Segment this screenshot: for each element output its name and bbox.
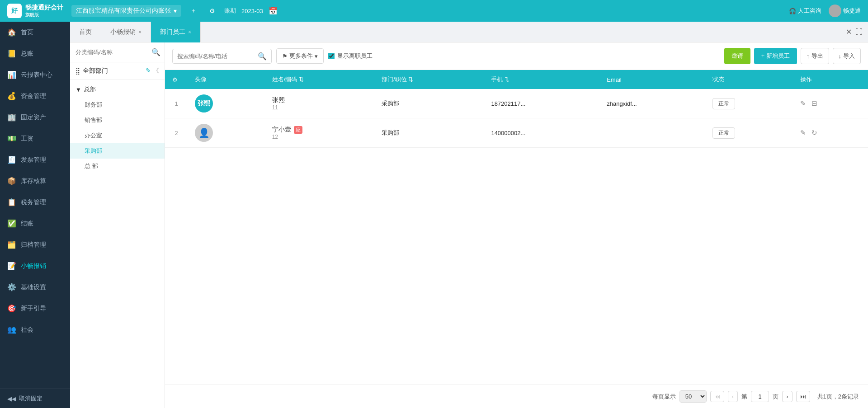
add-button[interactable]: ＋ (187, 5, 200, 17)
search-icon[interactable]: 🔍 (151, 48, 160, 56)
row-dept-1: 采购部 (374, 89, 484, 118)
sidebar-item-label-expense: 小畅报销 (21, 262, 46, 270)
avatar-img-2: 👤 (195, 124, 213, 142)
basic-settings-icon: ⚙️ (7, 283, 16, 291)
employee-search-input[interactable] (177, 53, 255, 60)
sidebar-item-label-capital: 资金管理 (21, 92, 46, 100)
tab-expense-close[interactable]: × (138, 29, 142, 35)
sidebar-item-checkout[interactable]: ✅ 结账 (0, 213, 70, 234)
top-header: 好 畅捷通好会计 旗舰版 江西服宝精品有限责任公司内账张 ▾ ＋ ⚙ 账期 20… (0, 0, 868, 22)
tab-home[interactable]: 首页 (70, 22, 101, 42)
logo-text: 畅捷通好会计 (25, 4, 63, 12)
all-dept-header[interactable]: ⣿ 全部部门 ✎ 《 (70, 62, 165, 80)
employee-table: ⚙ 头像 姓名/编码 ⇅ 部门/职位 ⇅ 手机 ⇅ (165, 70, 868, 148)
user-area[interactable]: 畅捷通 (829, 5, 861, 17)
sidebar-item-tax[interactable]: 📋 税务管理 (0, 192, 70, 213)
dept-node-finance[interactable]: 财务部 (70, 97, 165, 113)
dept-node-purchasing[interactable]: 采购部 (70, 143, 165, 159)
invite-button[interactable]: 邀请 (724, 48, 750, 64)
dept-header-actions: ✎ 《 (146, 67, 159, 75)
ai-service-button[interactable]: 🎧 人工咨询 (789, 7, 821, 15)
dept-node-office[interactable]: 办公室 (70, 128, 165, 143)
show-resigned-label[interactable]: 显示离职员工 (328, 52, 373, 60)
sidebar-item-archive[interactable]: 🗂️ 归档管理 (0, 234, 70, 255)
th-actions: 操作 (793, 70, 868, 89)
sidebar-item-capital[interactable]: 💰 资金管理 (0, 85, 70, 107)
status-badge-2: 正常 (712, 127, 735, 139)
dept-finance-label: 财务部 (85, 101, 102, 109)
sidebar-item-inventory[interactable]: 📦 库存核算 (0, 170, 70, 192)
th-settings[interactable]: ⚙ (165, 70, 188, 89)
grid-icon: ⣿ (75, 67, 80, 75)
sidebar-item-reports[interactable]: 📊 云报表中心 (0, 64, 70, 85)
dept-node-general[interactable]: ▼ 总部 (70, 82, 165, 97)
last-page-button[interactable]: ⏭ (796, 391, 810, 402)
table-header-row: ⚙ 头像 姓名/编码 ⇅ 部门/职位 ⇅ 手机 ⇅ (165, 70, 868, 89)
settings-gear-button[interactable]: ⚙ (206, 5, 219, 16)
row-actions-2: ✎ ↻ (793, 118, 868, 148)
archive-icon: 🗂️ (7, 240, 16, 249)
tab-expand-button[interactable]: ⛶ (854, 26, 864, 38)
th-dept-position[interactable]: 部门/职位 ⇅ (374, 70, 484, 89)
ledger-icon: 📒 (7, 49, 16, 58)
sidebar-item-assets[interactable]: 🏢 固定资产 (0, 107, 70, 128)
edit-employee-1-button[interactable]: ✎ (800, 99, 806, 108)
per-page-label: 每页显示 (652, 393, 676, 401)
row-dept-2: 采购部 (374, 118, 484, 148)
first-page-button[interactable]: ⏮ (710, 391, 724, 402)
content-area: 首页 小畅报销 × 部门员工 × ✕ ⛶ 🔍 (70, 22, 868, 408)
sidebar-item-expense[interactable]: 📝 小畅报销 (0, 255, 70, 277)
th-phone[interactable]: 手机 ⇅ (484, 70, 599, 89)
page-number-input[interactable] (751, 391, 769, 402)
th-name-code[interactable]: 姓名/编码 ⇅ (265, 70, 374, 89)
tab-employees[interactable]: 部门员工 × (151, 22, 201, 42)
main-layout: 🏠 首页 📒 总账 📊 云报表中心 💰 资金管理 🏢 固定资产 💵 工资 🧾 发… (0, 22, 868, 408)
employee-search-box[interactable]: 🔍 (172, 49, 272, 64)
sidebar-item-salary[interactable]: 💵 工资 (0, 128, 70, 149)
toolbar: 🔍 ⚑ 更多条件 ▾ 显示离职员工 邀请 + 新增员工 (165, 42, 868, 70)
filter-label: 更多条件 (289, 52, 313, 60)
more-filter-button[interactable]: ⚑ 更多条件 ▾ (276, 48, 324, 64)
sidebar-item-home[interactable]: 🏠 首页 (0, 22, 70, 43)
add-employee-button[interactable]: + 新增员工 (754, 48, 797, 64)
dept-node-headquarters[interactable]: 总 部 (70, 159, 165, 174)
calendar-icon[interactable]: 📅 (269, 7, 278, 15)
sidebar-item-social[interactable]: 👥 社会 (0, 319, 70, 340)
show-resigned-checkbox[interactable] (328, 53, 335, 59)
search-icon[interactable]: 🔍 (258, 52, 267, 61)
refresh-employee-2-button[interactable]: ↻ (811, 129, 817, 137)
all-dept-label: 全部部门 (83, 67, 108, 75)
collapse-icon[interactable]: 《 (153, 67, 159, 75)
th-email: Email (599, 70, 705, 89)
prev-page-button[interactable]: ‹ (728, 391, 738, 402)
dept-node-sales[interactable]: 销售部 (70, 113, 165, 128)
expense-icon: 📝 (7, 262, 16, 270)
tab-employees-close[interactable]: × (188, 29, 191, 35)
sidebar-item-guide[interactable]: 🎯 新手引导 (0, 298, 70, 319)
per-page-select[interactable]: 50 100 200 (679, 390, 707, 403)
company-selector[interactable]: 江西服宝精品有限责任公司内账张 ▾ (71, 5, 181, 17)
column-settings-icon[interactable]: ⚙ (172, 76, 178, 83)
import-button[interactable]: ↓ 导入 (833, 48, 861, 64)
sidebar-item-label-inventory: 库存核算 (21, 177, 46, 185)
export-button[interactable]: ↑ 导出 (801, 48, 829, 64)
employee-name-2: 宁小壹 (272, 126, 291, 134)
sidebar-item-label-archive: 归档管理 (21, 241, 46, 249)
tab-close-all-button[interactable]: ✕ (844, 26, 854, 38)
edit-dept-icon[interactable]: ✎ (146, 67, 151, 75)
next-page-button[interactable]: › (782, 391, 792, 402)
row-email-1: zhangxidf... (599, 89, 705, 118)
cancel-pin-button[interactable]: ◀◀ 取消固定 (0, 389, 70, 408)
sidebar-item-settings[interactable]: ⚙️ 基础设置 (0, 277, 70, 298)
headset-icon: 🎧 (789, 8, 796, 14)
chevron-down-icon: ▾ (174, 7, 177, 14)
edit-employee-2-button[interactable]: ✎ (800, 129, 806, 137)
tab-expense[interactable]: 小畅报销 × (101, 22, 151, 42)
toolbar-right-actions: 邀请 + 新增员工 ↑ 导出 ↓ 导入 (724, 48, 861, 64)
employee-code-2: 12 (272, 134, 367, 140)
sidebar-item-ledger[interactable]: 📒 总账 (0, 43, 70, 64)
sidebar-item-invoice[interactable]: 🧾 发票管理 (0, 149, 70, 170)
remove-employee-1-button[interactable]: ⊟ (811, 99, 817, 108)
tab-expense-label: 小畅报销 (110, 28, 136, 36)
dept-search-input[interactable] (75, 49, 151, 56)
